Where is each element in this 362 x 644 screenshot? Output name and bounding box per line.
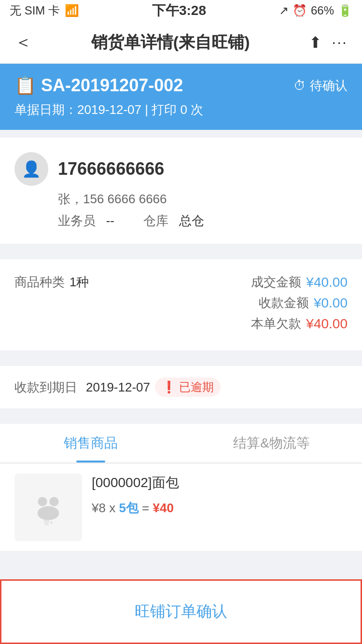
due-row: 本单欠款 ¥40.00 <box>181 315 348 332</box>
divider-3 <box>0 408 362 416</box>
sales-label: 业务员 -- <box>58 212 114 229</box>
product-thumb-icon: 管+ <box>29 488 68 527</box>
order-date: 单据日期：2019-12-07 | 打印 0 次 <box>14 101 348 118</box>
nav-right[interactable]: ⬆ ··· <box>309 33 348 52</box>
svg-point-0 <box>38 497 47 506</box>
wifi-icon: 📶 <box>65 4 79 17</box>
summary-left: 商品种类 1种 <box>14 274 181 291</box>
divider-2 <box>0 350 362 358</box>
more-button[interactable]: ··· <box>332 33 348 51</box>
avatar-icon: 👤 <box>22 160 41 178</box>
transaction-value: ¥40.00 <box>306 275 348 290</box>
order-status: ⏱ 待确认 <box>293 77 348 94</box>
product-type-row: 商品种类 1种 <box>14 274 181 291</box>
confirm-order-button[interactable]: 旺铺订单确认 <box>16 590 346 633</box>
order-header-top: 📋 SA-20191207-002 ⏱ 待确认 <box>14 75 348 96</box>
svg-point-2 <box>38 506 59 520</box>
summary-right: 成交金额 ¥40.00 收款金额 ¥0.00 本单欠款 ¥40.00 <box>181 274 348 336</box>
svg-text:管+: 管+ <box>43 519 53 526</box>
due-label: 本单欠款 <box>251 315 301 332</box>
due-date-label: 收款到期日 <box>14 379 77 396</box>
due-value: ¥40.00 <box>306 316 348 332</box>
customer-section: 👤 17666666666 张，156 6666 6666 业务员 -- 仓库 … <box>0 138 362 244</box>
tab-settlement[interactable]: 结算&物流等 <box>181 424 362 462</box>
transaction-label: 成交金额 <box>251 274 301 291</box>
tabs-section: 销售商品 结算&物流等 <box>0 424 362 463</box>
transaction-row: 成交金额 ¥40.00 <box>181 274 348 291</box>
avatar: 👤 <box>14 152 48 186</box>
order-status-text: 待确认 <box>310 77 348 94</box>
clock-icon: ⏱ <box>293 78 306 93</box>
alarm-icon: ⏰ <box>292 4 307 17</box>
overdue-text: 已逾期 <box>179 379 214 395</box>
due-date-section: 收款到期日 2019-12-07 ❗ 已逾期 <box>0 366 362 408</box>
divider-1 <box>0 244 362 252</box>
due-date-value: 2019-12-07 <box>86 380 150 395</box>
product-name: [0000002]面包 <box>92 474 348 492</box>
confirm-button-container: 旺铺订单确认 <box>0 579 362 644</box>
tab-sales[interactable]: 销售商品 <box>0 424 181 462</box>
customer-name-phone: 张，156 6666 6666 <box>58 191 348 208</box>
tab-sales-label: 销售商品 <box>64 434 118 452</box>
customer-meta: 业务员 -- 仓库 总仓 <box>58 212 348 229</box>
order-header: 📋 SA-20191207-002 ⏱ 待确认 单据日期：2019-12-07 … <box>0 64 362 130</box>
page-title: 销货单详情(来自旺铺) <box>91 31 250 54</box>
location-icon: ↗ <box>279 4 289 17</box>
status-right: ↗ ⏰ 66% 🔋 <box>279 4 352 17</box>
nav-left[interactable]: ＜ <box>14 30 32 54</box>
product-total: ¥40 <box>153 501 173 515</box>
product-thumbnail: 管+ <box>14 474 82 541</box>
share-button[interactable]: ⬆ <box>309 33 322 52</box>
product-type-label: 商品种类 <box>14 274 65 291</box>
summary-section: 商品种类 1种 成交金额 ¥40.00 收款金额 ¥0.00 本单欠款 ¥40.… <box>0 259 362 350</box>
order-icon: 📋 <box>14 75 36 96</box>
order-id-text: SA-20191207-002 <box>41 75 183 96</box>
tab-settlement-label: 结算&物流等 <box>233 434 310 452</box>
status-bar: 无 SIM 卡 📶 下午3:28 ↗ ⏰ 66% 🔋 <box>0 0 362 21</box>
price-formula: ¥8 x <box>92 501 119 515</box>
product-qty: 5包 <box>119 501 138 515</box>
product-section: 管+ [0000002]面包 ¥8 x 5包 = ¥40 <box>0 464 362 551</box>
overdue-icon: ❗ <box>162 380 176 394</box>
product-type-value: 1种 <box>70 274 89 291</box>
product-info: [0000002]面包 ¥8 x 5包 = ¥40 <box>92 474 348 517</box>
customer-top: 👤 17666666666 <box>14 152 348 186</box>
order-id: 📋 SA-20191207-002 <box>14 75 183 96</box>
received-value: ¥0.00 <box>314 295 348 311</box>
customer-phone: 17666666666 <box>58 159 164 179</box>
battery-icon: 🔋 <box>338 4 352 17</box>
no-sim-text: 无 SIM 卡 <box>10 3 60 18</box>
battery-text: 66% <box>311 4 334 17</box>
tab-underline <box>76 461 105 462</box>
received-row: 收款金额 ¥0.00 <box>181 294 348 311</box>
received-label: 收款金额 <box>259 294 309 311</box>
back-button[interactable]: ＜ <box>14 30 32 54</box>
status-time: 下午3:28 <box>152 1 206 20</box>
nav-bar: ＜ 销货单详情(来自旺铺) ⬆ ··· <box>0 21 362 64</box>
warehouse-label: 仓库 总仓 <box>143 212 204 229</box>
status-left: 无 SIM 卡 📶 <box>10 3 79 18</box>
svg-point-1 <box>49 497 58 506</box>
product-price: ¥8 x 5包 = ¥40 <box>92 500 348 517</box>
overdue-badge: ❗ 已逾期 <box>155 378 221 397</box>
